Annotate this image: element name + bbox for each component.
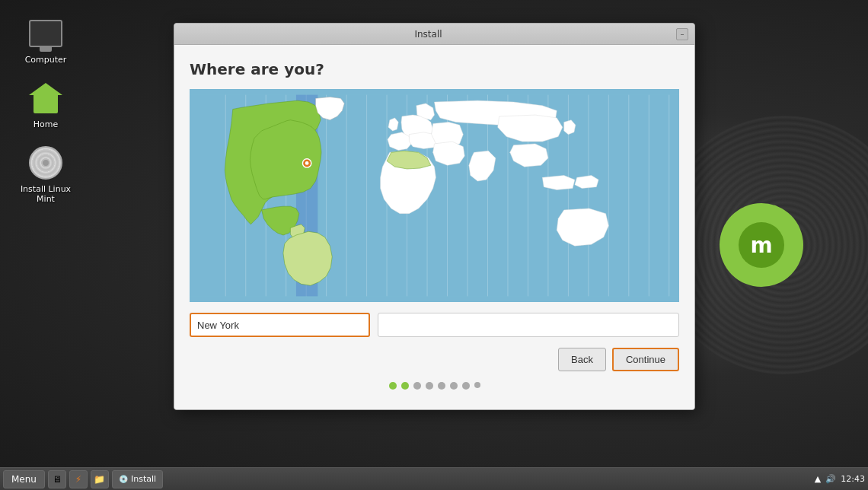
navigation-buttons: Back Continue [190,348,679,371]
volume-icon: 🔊 [825,474,836,484]
home-icon [27,80,64,116]
taskbar-icon-2-shape: ⚡ [75,474,81,485]
dvd-icon [27,145,64,181]
taskbar-icon-1-shape: 🖥 [53,474,62,485]
desktop-icon-home[interactable]: Home [15,80,76,129]
svg-point-26 [305,161,309,165]
install-window: Install – Where are you? [174,23,695,410]
progress-dot-1 [389,382,397,390]
window-content: Where are you? [174,45,694,409]
desktop: m Computer Home Install Linux Mint [0,0,868,490]
taskbar-install-label: Install [131,474,156,484]
page-title: Where are you? [190,60,679,78]
progress-indicator [190,382,679,394]
timezone-input-row [190,313,679,337]
window-close-button[interactable]: – [676,28,688,40]
mint-logo: m [716,199,807,291]
computer-icon-label: Computer [25,55,67,65]
progress-dot-2 [401,382,409,390]
back-button[interactable]: Back [558,348,606,371]
desktop-icon-computer[interactable]: Computer [15,15,76,65]
menu-label: Menu [11,474,37,485]
progress-dot-6 [450,382,458,390]
install-linux-label: Install Linux Mint [15,184,76,204]
desktop-icons: Computer Home Install Linux Mint [15,15,76,204]
progress-dot-7 [462,382,470,390]
taskbar-install-button[interactable]: 💿 Install [112,470,163,488]
world-map[interactable] [190,89,679,302]
window-title: Install [180,29,676,40]
progress-dot-4 [426,382,433,390]
taskbar-icon-1[interactable]: 🖥 [48,470,66,488]
taskbar: Menu 🖥 ⚡ 📁 💿 Install ▲ 🔊 12:43 [0,467,868,490]
home-icon-label: Home [34,119,58,129]
taskbar-icon-2[interactable]: ⚡ [69,470,88,488]
desktop-icon-install-linux[interactable]: Install Linux Mint [15,145,76,204]
progress-dot-8 [474,382,480,388]
taskbar-icon-3-shape: 📁 [94,474,105,485]
computer-icon [27,15,64,52]
progress-dot-3 [413,382,421,390]
city-input[interactable] [378,313,679,337]
network-icon: ▲ [815,474,821,484]
window-titlebar: Install – [174,24,694,45]
timezone-input[interactable] [190,313,370,337]
start-menu-button[interactable]: Menu [3,470,45,488]
continue-button[interactable]: Continue [612,348,679,371]
taskbar-icon-3[interactable]: 📁 [91,470,109,488]
clock: 12:43 [841,474,865,484]
taskbar-system-tray: ▲ 🔊 12:43 [815,474,865,484]
taskbar-install-icon: 💿 [119,475,128,483]
progress-dot-5 [438,382,445,390]
